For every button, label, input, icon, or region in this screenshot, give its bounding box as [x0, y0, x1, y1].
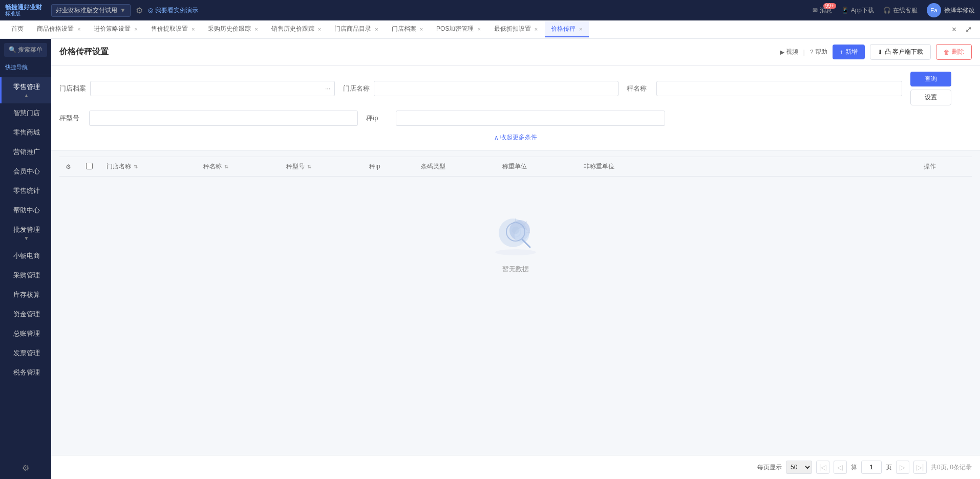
select-all-checkbox[interactable] [86, 163, 93, 169]
tab-purchase-history[interactable]: 采购历史价跟踪 × [202, 21, 264, 37]
sidebar-item-wholesale-mgmt[interactable]: 批发管理 ▼ [0, 220, 51, 246]
sidebar-item-retail-mall[interactable]: 零售商城 [0, 123, 51, 142]
sidebar-item-marketing-label: 营销推广 [13, 148, 40, 156]
help-link[interactable]: ? 帮助 [810, 48, 827, 56]
sidebar-item-smart-store[interactable]: 智慧门店 [0, 103, 51, 123]
page-next-button[interactable]: ▷ [896, 461, 909, 474]
chevron-down-icon: ▼ [120, 7, 126, 14]
page-number-input[interactable] [861, 461, 882, 474]
set-button[interactable]: 设置 [910, 90, 951, 105]
ellipsis-icon[interactable]: ··· [325, 85, 330, 92]
sidebar-search-area: 🔍 搜索菜单 [0, 39, 51, 61]
table-head: ⚙ 门店名称 ⇅ 秤名称 ⇅ [59, 157, 972, 177]
page-first-button[interactable]: |◁ [816, 461, 829, 474]
page-size-select[interactable]: 10 20 50 100 [786, 461, 812, 474]
scale-name-input[interactable] [656, 81, 902, 96]
sidebar-search-label: 搜索菜单 [18, 46, 42, 53]
scale-name-label: 秤名称 [627, 84, 652, 93]
collapse-label: 收起更多条件 [500, 133, 537, 142]
table-header-scale-ip: 秤ip [363, 157, 414, 177]
scale-ip-label: 秤ip [366, 114, 392, 123]
table-header-operation: 操作 [918, 157, 972, 177]
table-header-non-weight-unit-label: 非称重单位 [584, 163, 614, 170]
collapse-button[interactable]: ∧ 收起更多条件 [494, 133, 537, 142]
tab-close-icon[interactable]: × [420, 26, 423, 32]
sidebar-item-xiaochang-ec[interactable]: 小畅电商 [0, 246, 51, 266]
sidebar-item-ledger-label: 总账管理 [13, 330, 40, 337]
store-archive-label: 门店档案 [59, 84, 86, 93]
tab-store-archive[interactable]: 门店档案 × [386, 21, 429, 37]
sidebar-item-help-center-label: 帮助中心 [13, 206, 40, 214]
tab-close-icon[interactable]: × [134, 26, 137, 32]
tab-close-icon[interactable]: × [318, 26, 321, 32]
tab-pos-management-label: POS加密管理 [436, 25, 474, 33]
table-settings-icon[interactable]: ⚙ [66, 163, 71, 170]
scale-ip-input[interactable] [396, 111, 665, 126]
tab-close-icon[interactable]: × [191, 26, 195, 32]
demo-link[interactable]: ◎ 我要看实例演示 [148, 6, 198, 15]
eye-icon: ◎ [148, 7, 153, 14]
gear-icon: ⚙ [22, 464, 29, 472]
store-archive-input[interactable]: ··· [90, 81, 335, 96]
sidebar-item-retail-mgmt[interactable]: 零售管理 ▲ [0, 77, 51, 103]
download-button[interactable]: ⬇ 凸 客户端下载 [870, 44, 931, 60]
tab-sale-extract[interactable]: 售价提取设置 × [145, 21, 201, 37]
tab-close-icon[interactable]: × [254, 26, 258, 32]
delete-button[interactable]: 🗑 删除 [936, 44, 972, 60]
scale-model-input[interactable] [89, 111, 358, 126]
page-prev-button[interactable]: ◁ [834, 461, 847, 474]
table-header-barcode-type: 条码类型 [415, 157, 496, 177]
sidebar-item-retail-stats[interactable]: 零售统计 [0, 181, 51, 201]
tab-price-scale[interactable]: 价格传秤 × [545, 21, 588, 37]
tab-close-icon[interactable]: × [535, 26, 538, 32]
table-header-operation-label: 操作 [924, 163, 936, 170]
tab-maximize-button[interactable]: ⤢ [962, 24, 975, 35]
sidebar-item-marketing[interactable]: 营销推广 [0, 142, 51, 162]
query-label: 查询 [925, 75, 937, 83]
tab-close-icon[interactable]: × [375, 26, 378, 32]
tab-close-icon[interactable]: × [477, 26, 480, 32]
table-header-scale-model-label: 秤型号 [286, 163, 305, 170]
table-header-scale-model[interactable]: 秤型号 ⇅ [280, 157, 363, 177]
version-label: 好业财标准版交付试用 [56, 6, 117, 15]
sidebar-item-purchase-mgmt-label: 采购管理 [13, 271, 40, 279]
store-name-input[interactable] [374, 81, 619, 96]
tab-home[interactable]: 首页 [5, 21, 30, 37]
sidebar-item-invoice[interactable]: 发票管理 [0, 343, 51, 363]
tab-purchase-strategy[interactable]: 进价策略设置 × [88, 21, 143, 37]
table-header-store-name[interactable]: 门店名称 ⇅ [100, 157, 197, 177]
app-download-button[interactable]: 📱 App下载 [841, 6, 874, 15]
page-last-button[interactable]: ▷| [913, 461, 927, 474]
user-area[interactable]: Ea 徐泽华修改 [927, 3, 975, 17]
sidebar-item-tax[interactable]: 税务管理 [0, 363, 51, 382]
tab-close-icon[interactable]: × [579, 26, 582, 32]
add-button[interactable]: + 新增 [833, 45, 865, 59]
divider: | [803, 48, 805, 56]
sidebar-item-inventory[interactable]: 库存核算 [0, 285, 51, 304]
pagination-bar: 每页显示 10 20 50 100 |◁ ◁ 算 页 ▷ ▷| 共0页, 0条记… [51, 455, 980, 479]
headset-icon: 🎧 [883, 7, 891, 14]
version-select[interactable]: 好业财标准版交付试用 ▼ [51, 4, 131, 17]
video-link[interactable]: ▶ 视频 [780, 48, 798, 56]
sidebar-item-purchase-mgmt[interactable]: 采购管理 [0, 266, 51, 285]
table-header-scale-name[interactable]: 秤名称 ⇅ [197, 157, 280, 177]
online-service-button[interactable]: 🎧 在线客服 [883, 6, 918, 15]
sidebar-item-member-center[interactable]: 会员中心 [0, 162, 51, 181]
tab-pos-management[interactable]: POS加密管理 × [430, 21, 487, 37]
topbar-settings-button[interactable]: ⚙ [136, 6, 143, 15]
tab-store-catalog[interactable]: 门店商品目录 × [328, 21, 384, 37]
tab-min-discount[interactable]: 最低折扣设置 × [488, 21, 544, 37]
tab-close-icon[interactable]: × [77, 26, 80, 32]
table-area: ⚙ 门店名称 ⇅ 秤名称 ⇅ [51, 150, 980, 455]
tab-price-settings[interactable]: 商品价格设置 × [31, 21, 87, 37]
message-button[interactable]: ✉ 消息 99+ [813, 6, 832, 15]
sidebar-search-button[interactable]: 🔍 搜索菜单 [4, 43, 47, 57]
tab-close-all-button[interactable]: × [949, 24, 960, 35]
tab-sale-history[interactable]: 销售历史价跟踪 × [265, 21, 327, 37]
sidebar-item-help-center[interactable]: 帮助中心 [0, 201, 51, 220]
sidebar-item-ledger[interactable]: 总账管理 [0, 324, 51, 343]
query-button[interactable]: 查询 [910, 72, 951, 86]
sidebar-settings-button[interactable]: ⚙ [0, 457, 51, 479]
plus-icon: + [840, 49, 843, 56]
sidebar-item-finance[interactable]: 资金管理 [0, 304, 51, 324]
